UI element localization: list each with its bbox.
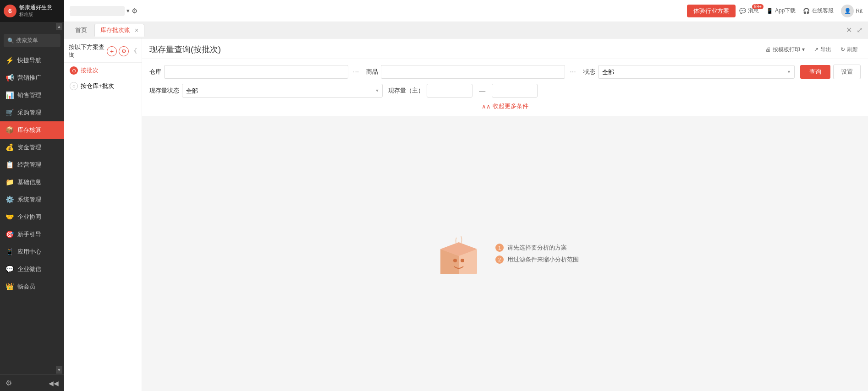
scroll-down-btn[interactable]: ▼ (56, 366, 62, 374)
left-panel: 按以下方案查询 + ⚙ 《 ⊙ 按批次 ○ 按仓库+批次 (64, 38, 142, 391)
finance-label: 资金管理 (17, 143, 41, 152)
sidebar-item-sales[interactable]: 📊 销售管理 (0, 87, 64, 104)
settings-icon[interactable]: ⚙ (5, 379, 12, 387)
warehouse-filter: 仓库 ··· (149, 65, 361, 79)
sidebar-header: 6 畅康通好生意 标准版 (0, 0, 64, 22)
sidebar-item-finance[interactable]: 💰 资金管理 (0, 139, 64, 156)
export-btn[interactable]: ↗ 导出 (811, 44, 834, 55)
sidebar-item-appcenter[interactable]: 📱 应用中心 (0, 243, 64, 261)
scroll-up-area: ▲ (0, 22, 64, 31)
left-panel-actions: + ⚙ 《 (107, 46, 137, 56)
sales-icon: 📊 (5, 91, 14, 99)
scheme-item-batch[interactable]: ⊙ 按批次 (64, 63, 142, 78)
sidebar-item-system[interactable]: ⚙️ 系统管理 (0, 191, 64, 208)
warehouse-input[interactable] (164, 65, 348, 79)
topbar: ▾ ⚙ 体验行业方案 💬 消息 99+ 📱 App下载 🎧 在线客服 👤 (64, 0, 868, 22)
newguide-label: 新手引导 (17, 230, 41, 239)
scheme-item-warehouse-batch[interactable]: ○ 按仓库+批次 (64, 78, 142, 94)
panel-close-btn[interactable]: ✕ (846, 26, 852, 34)
sidebar-item-marketing[interactable]: 📢 营销推广 (0, 69, 64, 87)
tab-inventory-batch[interactable]: 库存批次账 × (94, 24, 144, 37)
app-download-btn[interactable]: 📱 App下载 (766, 7, 796, 15)
empty-step-2: 2 用过滤条件来缩小分析范围 (495, 255, 579, 264)
operations-label: 经营管理 (17, 161, 41, 169)
wechat-label: 企业微信 (17, 265, 41, 273)
marketing-icon: 📢 (5, 74, 14, 82)
sidebar: 6 畅康通好生意 标准版 ▲ 🔍 搜索菜单 ⚡ 快捷导航 📢 营销推广 📊 销售… (0, 0, 64, 391)
panel-expand-btn[interactable]: ⤢ (857, 26, 863, 34)
scroll-up-btn[interactable]: ▲ (56, 23, 62, 30)
sidebar-item-basics[interactable]: 📁 基础信息 (0, 174, 64, 191)
page-header: 现存量查询(按批次) 🖨 按模板打印 ▾ ↗ 导出 ↻ 刷新 (142, 38, 868, 59)
appcenter-label: 应用中心 (17, 248, 41, 256)
scheme-inactive-icon: ○ (70, 82, 78, 90)
sidebar-item-inventory[interactable]: 📦 库存核算 (0, 121, 64, 139)
warehouse-dots-btn[interactable]: ··· (351, 68, 361, 76)
inventory-status-label: 现存量状态 (149, 87, 179, 95)
right-content: 现存量查询(按批次) 🖨 按模板打印 ▾ ↗ 导出 ↻ 刷新 (142, 38, 868, 391)
sidebar-item-wechat[interactable]: 💬 企业微信 (0, 261, 64, 278)
collapse-sidebar-btn[interactable]: ◀◀ (49, 380, 59, 387)
inventory-qty-from[interactable] (427, 84, 472, 98)
print-icon: 🖨 (765, 46, 771, 53)
sidebar-brand: 畅康通好生意 标准版 (19, 4, 52, 18)
collapse-filter-btn[interactable]: ∧∧ 收起更多条件 (482, 102, 528, 110)
purchase-label: 采购管理 (17, 109, 41, 117)
filter-settings-btn[interactable]: 设置 (833, 65, 861, 79)
sidebar-item-member[interactable]: 👑 畅会员 (0, 278, 64, 295)
add-scheme-btn[interactable]: + (107, 46, 117, 56)
inventory-qty-to[interactable] (492, 84, 538, 98)
sidebar-item-newguide[interactable]: 🎯 新手引导 (0, 226, 64, 243)
tabbar: 首页 库存批次账 × ✕ ⤢ (64, 22, 868, 38)
marketing-label: 营销推广 (17, 74, 41, 82)
member-icon: 👑 (5, 282, 14, 291)
enterprise-label: 企业协同 (17, 213, 41, 221)
print-dropdown-icon: ▾ (802, 46, 805, 53)
message-btn[interactable]: 💬 消息 99+ (739, 7, 759, 15)
status-label: 状态 (583, 68, 595, 76)
online-service-btn[interactable]: 🎧 在线客服 (803, 7, 834, 15)
inventory-label: 库存核算 (17, 126, 41, 134)
left-panel-header: 按以下方案查询 + ⚙ 《 (64, 38, 142, 63)
topbar-dropdown-btn[interactable]: ▾ (126, 7, 130, 14)
company-name: 畅康通好生意 (19, 4, 52, 11)
scheme-query-label: 按以下方案查询 (69, 43, 107, 60)
scheme-settings-btn[interactable]: ⚙ (119, 46, 129, 56)
scheme-batch-label: 按批次 (81, 66, 99, 75)
refresh-btn[interactable]: ↻ 刷新 (838, 44, 861, 55)
print-btn[interactable]: 🖨 按模板打印 ▾ (763, 44, 808, 55)
newguide-icon: 🎯 (5, 230, 14, 239)
trial-btn[interactable]: 体验行业方案 (687, 5, 736, 17)
tab-close-btn[interactable]: × (135, 27, 138, 34)
empty-illustration (431, 226, 486, 281)
phone-icon: 📱 (766, 8, 773, 14)
step-2-text: 用过滤条件来缩小分析范围 (507, 255, 579, 264)
qty-dash: — (475, 87, 489, 94)
filter-area: 仓库 ··· 商品 ··· 状态 全部 正常 (142, 59, 868, 116)
inventory-status-select[interactable]: 全部 (182, 84, 383, 98)
message-badge: 99+ (752, 4, 764, 9)
sidebar-search-btn[interactable]: 🔍 搜索菜单 (4, 34, 60, 47)
user-avatar-btn[interactable]: 👤 Rit (841, 5, 863, 17)
collapse-label: 收起更多条件 (493, 102, 528, 110)
sidebar-item-purchase[interactable]: 🛒 采购管理 (0, 104, 64, 121)
topbar-gear-btn[interactable]: ⚙ (132, 7, 137, 15)
inventory-qty-filter: 现存量（主） — (388, 84, 621, 98)
status-select[interactable]: 全部 正常 停用 (598, 65, 795, 79)
query-btn[interactable]: 查询 (800, 65, 830, 79)
purchase-icon: 🛒 (5, 109, 14, 117)
page-title: 现存量查询(按批次) (149, 44, 221, 55)
sidebar-item-enterprise[interactable]: 🤝 企业协同 (0, 208, 64, 226)
topbar-search-input[interactable] (70, 6, 125, 16)
product-dots-btn[interactable]: ··· (568, 68, 577, 76)
scroll-down-area: ▼ (0, 365, 64, 375)
product-input[interactable] (381, 65, 565, 79)
finance-icon: 💰 (5, 143, 14, 152)
sidebar-item-operations[interactable]: 📋 经营管理 (0, 156, 64, 174)
inventory-status-filter: 现存量状态 全部 (149, 84, 383, 98)
print-label: 按模板打印 (773, 46, 800, 54)
collapse-panel-btn[interactable]: 《 (131, 47, 137, 55)
sidebar-item-shortcuts[interactable]: ⚡ 快捷导航 (0, 52, 64, 69)
tab-home[interactable]: 首页 (70, 24, 93, 37)
edition-label: 标准版 (19, 11, 52, 18)
